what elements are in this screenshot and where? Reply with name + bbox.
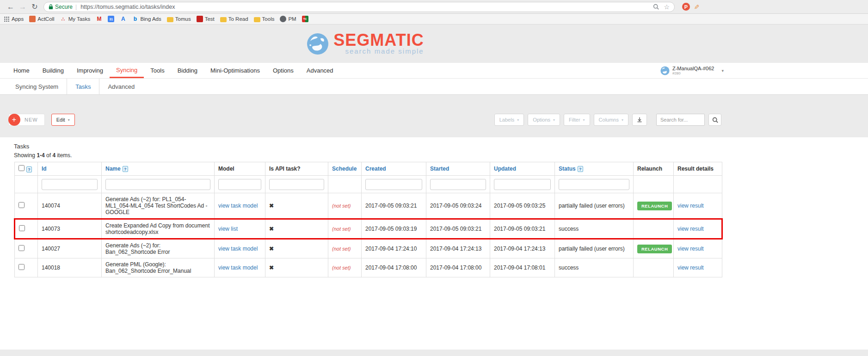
bookmark-bing-ads[interactable]: b Bing Ads (132, 16, 161, 22)
user-id: #280 (672, 71, 714, 75)
zoom-icon[interactable] (653, 4, 659, 10)
new-button[interactable]: + NEW (8, 114, 45, 126)
url-text[interactable]: https://tomus.segmatic.io/tasks/index (80, 4, 653, 10)
column-header-schedule[interactable]: Schedule (328, 162, 362, 176)
bookmark-tc[interactable]: TC (302, 16, 308, 22)
view-result-link[interactable]: view result (677, 203, 704, 209)
bookmark-calendar[interactable]: 31 (108, 16, 114, 22)
search-icon (712, 117, 718, 123)
filter-api-input[interactable] (269, 179, 324, 190)
bookmark-analytics[interactable]: A (120, 16, 126, 22)
filter-status-input[interactable] (559, 179, 629, 190)
column-header-is-api-task: Is API task? (265, 162, 328, 176)
relaunch-button[interactable]: RELAUNCH (637, 202, 672, 210)
browser-refresh-button[interactable]: ↻ (29, 2, 41, 11)
nav-item-options[interactable]: Options (266, 63, 300, 78)
relaunch-button[interactable]: RELAUNCH (637, 245, 672, 253)
subnav-item-advanced[interactable]: Advanced (99, 79, 143, 94)
filter-started-input[interactable] (430, 179, 486, 190)
nav-item-advanced[interactable]: Advanced (300, 63, 340, 78)
chevron-down-icon: ▾ (721, 68, 724, 73)
filter-created-input[interactable] (365, 179, 422, 190)
view-result-link[interactable]: view result (677, 264, 704, 271)
view-list-link[interactable]: view list (218, 226, 238, 232)
address-bar[interactable]: Secure | https://tomus.segmatic.io/tasks… (43, 2, 675, 12)
bookmark-my-tasks[interactable]: ∴ My Tasks (60, 16, 91, 22)
columns-dropdown-button[interactable]: Columns ▾ (594, 114, 628, 126)
view-result-link[interactable]: view result (677, 226, 704, 232)
row-checkbox[interactable] (18, 264, 25, 270)
filter-id-input[interactable] (42, 179, 98, 190)
browser-forward-button[interactable]: → (17, 3, 29, 11)
options-dropdown-button[interactable]: Options ▾ (528, 114, 560, 126)
cell-created: 2017-09-05 09:03:21 (362, 193, 426, 219)
chevron-down-icon: ▾ (517, 118, 519, 122)
nav-item-home[interactable]: Home (7, 63, 36, 78)
row-checkbox[interactable] (19, 225, 25, 231)
chevron-down-icon: ▾ (583, 118, 585, 122)
select-all-checkbox[interactable] (18, 165, 25, 171)
column-header-model: Model (215, 162, 265, 176)
subnav-item-syncing-system[interactable]: Syncing System (7, 79, 67, 94)
search-input[interactable] (656, 114, 705, 126)
bookmark-tools[interactable]: Tools (254, 16, 275, 22)
column-header-result-details: Result details (674, 162, 722, 176)
column-header-status[interactable]: Status? (555, 162, 634, 176)
cell-id: 140018 (38, 258, 102, 277)
cell-id: 140027 (38, 239, 102, 258)
column-header-started[interactable]: Started (426, 162, 490, 176)
view-task-model-link[interactable]: view task model (218, 264, 258, 271)
nav-item-tools[interactable]: Tools (144, 63, 171, 78)
extension-pen-icon[interactable]: ✎ (693, 4, 700, 10)
bookmark-apps[interactable]: Apps (4, 16, 24, 22)
column-header-id[interactable]: Id (38, 162, 102, 176)
column-header-name[interactable]: Name? (102, 162, 215, 176)
logo-tagline: search made simple (333, 47, 424, 55)
folder-icon (220, 17, 227, 22)
bookmark-actcoll[interactable]: ActColl (29, 16, 54, 22)
table-header-row: ? Id Name? Model Is API task? Schedule C… (15, 162, 722, 176)
labels-dropdown-button[interactable]: Labels ▾ (494, 114, 524, 126)
browser-chrome: ← → ↻ Secure | https://tomus.segmatic.io… (0, 0, 868, 25)
view-result-link[interactable]: view result (677, 246, 704, 252)
extension-badge-icon[interactable]: P (682, 3, 690, 11)
nav-item-improving[interactable]: Improving (70, 63, 110, 78)
schedule-not-set: (not set) (332, 246, 351, 252)
bookmark-test[interactable]: Test (197, 16, 215, 22)
column-header-relaunch: Relaunch (634, 162, 674, 176)
nav-item-bidding[interactable]: Bidding (171, 63, 204, 78)
address-divider: | (75, 4, 77, 10)
bookmark-pm[interactable]: PM (280, 16, 296, 22)
subnav-item-tasks[interactable]: Tasks (67, 79, 99, 94)
export-button[interactable] (632, 114, 647, 126)
bookmark-gmail[interactable]: M (96, 16, 102, 22)
help-icon[interactable]: ? (578, 166, 583, 172)
filter-dropdown-button[interactable]: Filter ▾ (564, 114, 590, 126)
row-checkbox[interactable] (18, 245, 25, 251)
help-icon[interactable]: ? (123, 166, 128, 172)
edit-dropdown-button[interactable]: Edit ▾ (51, 114, 75, 126)
filter-model-input[interactable] (218, 179, 261, 190)
filter-updated-input[interactable] (494, 179, 551, 190)
view-task-model-link[interactable]: view task model (218, 203, 258, 209)
nav-item-mini-optimisations[interactable]: Mini-Optimisations (204, 63, 266, 78)
browser-back-button[interactable]: ← (5, 3, 17, 11)
filter-name-input[interactable] (105, 179, 210, 190)
bookmark-star-icon[interactable]: ☆ (664, 3, 670, 11)
nav-item-building[interactable]: Building (36, 63, 70, 78)
row-checkbox[interactable] (18, 202, 25, 208)
results-summary: Showing 1-4 of 4 items. (14, 152, 731, 159)
bookmark-to-read[interactable]: To Read (220, 16, 248, 22)
grid-toolbar: + NEW Edit ▾ Labels ▾ Options ▾ Filter ▾ (0, 95, 868, 137)
x-mark-icon: ✖ (269, 246, 274, 252)
nav-item-syncing[interactable]: Syncing (110, 63, 144, 78)
help-icon[interactable]: ? (26, 166, 32, 172)
user-menu[interactable]: Z-ManualQA-#062 #280 ▾ (660, 63, 724, 78)
cell-id: 140073 (38, 219, 102, 239)
bookmark-tomus[interactable]: Tomus (167, 16, 191, 22)
view-task-model-link[interactable]: view task model (218, 246, 258, 252)
search-button[interactable] (708, 114, 721, 126)
column-header-created[interactable]: Created (362, 162, 426, 176)
dots-icon: ∴ (60, 16, 67, 22)
column-header-updated[interactable]: Updated (490, 162, 555, 176)
